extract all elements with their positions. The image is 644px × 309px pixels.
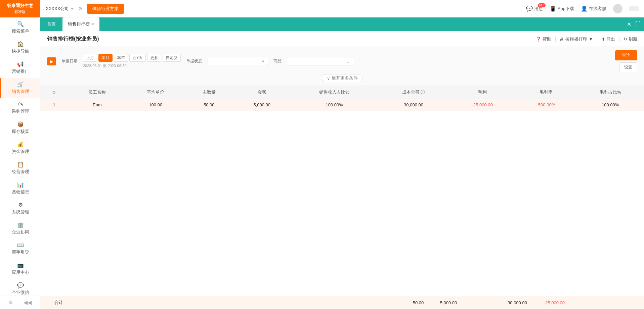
table-body: 1Eam100.0050.005,000.00100.00%30,000.00-… [40, 99, 644, 111]
footer-cost: 30,000.00 [499, 300, 536, 305]
table-cell-2: 100.00 [126, 99, 185, 111]
sidebar-item-13[interactable]: 💬企业微信 [0, 279, 40, 296]
settings-button[interactable]: 设置 [619, 62, 637, 72]
col-header-1: 员工名称 [68, 86, 126, 99]
sidebar-item-8[interactable]: 📊基础信息 [0, 178, 40, 198]
status-filter-label: 单据状态 [186, 58, 202, 64]
sidebar-item-1[interactable]: 🏠快捷导航 [0, 38, 40, 58]
divider1 [555, 37, 556, 42]
settings-col-icon[interactable]: ⚙ [52, 90, 56, 95]
sidebar-item-2[interactable]: 📢营销推广 [0, 58, 40, 78]
user-avatar[interactable] [613, 4, 622, 13]
message-badge: 99+ [538, 3, 546, 7]
date-btn-自定义[interactable]: 自定义 [163, 54, 181, 62]
sidebar-icon-4: 🛍 [18, 101, 23, 107]
page-actions: ❓ 帮助 🖨 按模板打印 ▼ ⬆ 导出 ↻ 刷新 [536, 36, 637, 42]
col-header-4: 金额 [233, 86, 291, 99]
col-header-6: 成本全额 ⓘ [378, 86, 449, 99]
date-btn-本月[interactable]: 本月 [98, 54, 113, 62]
sidebar-nav: 🔍搜索菜单🏠快捷导航📢营销推广🛒销售管理🛍采购管理📦库存核算💰资金管理📋经营管理… [0, 17, 40, 296]
date-btn-近7天[interactable]: 近7天 [129, 54, 146, 62]
sidebar-item-11[interactable]: 📖新手引导 [0, 239, 40, 259]
tab-home[interactable]: 首页 [40, 17, 62, 31]
content-area: 销售排行榜(按业务员) ❓ 帮助 🖨 按模板打印 ▼ ⬆ 导出 [40, 31, 644, 309]
filter-toggle-arrow[interactable]: ▶ [47, 57, 56, 65]
company-name: XXXXX公司 [46, 6, 69, 12]
tab-sales-ranking[interactable]: 销售排行榜 × [62, 17, 99, 31]
divider2 [597, 37, 597, 42]
tab-close-window-icon[interactable]: ✕ [627, 21, 631, 28]
table-cell-7: -25,000.00 [449, 99, 515, 111]
status-dropdown-arrow: ▼ [261, 59, 265, 63]
sidebar-icon-13: 💬 [17, 282, 24, 289]
col-header-5: 销售收入占比% [291, 86, 378, 99]
export-button[interactable]: ⬆ 导出 [601, 36, 615, 42]
messages-button[interactable]: 💬 消息 99+ [526, 5, 543, 12]
app-download-label: App下载 [558, 6, 574, 12]
tab-close-icon[interactable]: × [92, 22, 94, 27]
topbar-right: 💬 消息 99+ 📱 App下载 👤 在线客服 [526, 4, 639, 13]
sidebar-icon-1: 🏠 [17, 41, 24, 47]
sidebar-item-0[interactable]: 🔍搜索菜单 [0, 17, 40, 38]
date-range-display: 2023-06-01 至 2023-06-30 [83, 63, 181, 68]
help-button[interactable]: ❓ 帮助 [536, 36, 551, 42]
expand-more-conditions-button[interactable]: ∨ 展开更多条件 [322, 74, 363, 82]
sidebar-item-4[interactable]: 🛍采购管理 [0, 98, 40, 118]
collapse-sidebar-icon[interactable]: ◀◀ [24, 299, 32, 306]
refresh-icon: ↻ [624, 37, 627, 42]
sidebar-item-7[interactable]: 📋经营管理 [0, 158, 40, 178]
page-header: 销售排行榜(按业务员) ❓ 帮助 🖨 按模板打印 ▼ ⬆ 导出 [40, 31, 644, 46]
sidebar-label-7: 经营管理 [12, 169, 29, 175]
sidebar-label-4: 采购管理 [12, 108, 29, 114]
sidebar-item-9[interactable]: ⚙系统管理 [0, 198, 40, 218]
tab-active-label: 销售排行榜 [68, 21, 90, 27]
date-btn-更多[interactable]: 更多 [147, 54, 161, 62]
tabbar: 首页 销售排行榜 × ✕ ⛶ [40, 17, 644, 31]
table-cell-1: Eam [68, 99, 126, 111]
col-header-8: 毛利率 [515, 86, 576, 99]
table-cell-6: 30,000.00 [378, 99, 449, 111]
sidebar-item-6[interactable]: 💰资金管理 [0, 138, 40, 158]
footer-gross-profit: -25,000.00 [536, 300, 573, 305]
date-btn-上月[interactable]: 上月 [83, 54, 97, 62]
table-cell-8: -500.00% [515, 99, 576, 111]
table-cell-5: 100.00% [291, 99, 378, 111]
sidebar-label-3: 销售管理 [12, 89, 29, 95]
settings-footer-icon[interactable]: ⚙ [8, 299, 13, 306]
sidebar-icon-10: 🏢 [17, 222, 24, 228]
tab-maximize-icon[interactable]: ⛶ [635, 21, 641, 27]
sidebar-item-12[interactable]: 📺应用中心 [0, 259, 40, 279]
date-btn-本年[interactable]: 本年 [114, 54, 128, 62]
topbar: XXXXX公司 ▼ ⚙ 体验行业方案 💬 消息 99+ 📱 App下载 👤 在线… [40, 0, 644, 17]
sidebar-icon-3: 🛒 [17, 81, 24, 88]
help-label: 帮助 [543, 36, 551, 42]
sidebar-item-3[interactable]: 🛒销售管理 [0, 78, 40, 98]
sidebar-item-10[interactable]: 🏢企业协同 [0, 218, 40, 239]
sidebar-icon-7: 📋 [17, 161, 24, 168]
sidebar-label-1: 快捷导航 [12, 48, 29, 54]
export-icon: ⬆ [601, 37, 605, 42]
sidebar-item-5[interactable]: 📦库存核算 [0, 118, 40, 138]
date-filter-label: 单据日期 [61, 58, 78, 64]
sidebar-icon-5: 📦 [17, 121, 24, 127]
help-icon: ❓ [536, 37, 541, 42]
print-label: 按模板打印 [565, 36, 587, 42]
table-cell-9: 100.00% [577, 99, 644, 111]
topbar-gear-icon[interactable]: ⚙ [78, 6, 82, 12]
online-service-button[interactable]: 👤 在线客服 [581, 5, 606, 12]
refresh-button[interactable]: ↻ 刷新 [624, 36, 637, 42]
query-button[interactable]: 查询 [615, 50, 637, 60]
print-button[interactable]: 🖨 按模板打印 ▼ [560, 36, 593, 42]
sidebar-label-8: 基础信息 [12, 189, 29, 195]
status-select[interactable]: ▼ [208, 58, 268, 65]
col-header-7: 毛利 [449, 86, 515, 99]
col-header-0: ⚙ [40, 86, 68, 99]
company-selector[interactable]: XXXXX公司 ▼ [46, 6, 74, 12]
footer-label: 合计 [54, 300, 378, 306]
goods-select[interactable]: … [287, 57, 354, 65]
page-title: 销售排行榜(按业务员) [47, 36, 99, 43]
trial-industry-button[interactable]: 体验行业方案 [87, 4, 124, 14]
expand-label: 展开更多条件 [332, 75, 358, 81]
col-header-9: 毛利占比% [577, 86, 644, 99]
app-download-button[interactable]: 📱 App下载 [550, 5, 574, 12]
